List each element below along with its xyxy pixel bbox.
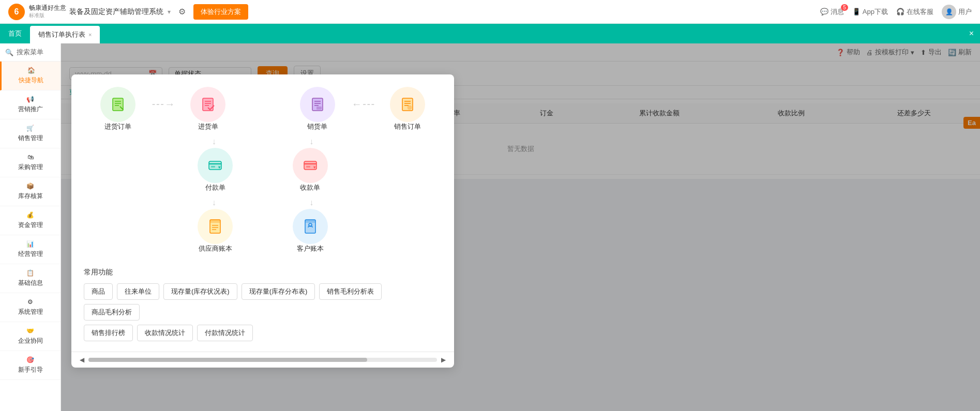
common-btn-receipt-stat[interactable]: 收款情况统计 [137, 325, 193, 341]
sidebar-item-basic[interactable]: 📋 基础信息 [0, 264, 61, 293]
sales-order-circle[interactable] [390, 87, 425, 122]
system-name: 装备及固定资产辅助管理系统 [69, 7, 163, 17]
sidebar-item-system[interactable]: ⚙ 系统管理 [0, 293, 61, 322]
sidebar-label-system: 系统管理 [18, 308, 43, 316]
flow-purchase-bill: 进货单 [190, 87, 225, 131]
sidebar-item-newbie[interactable]: 🎯 新手引导 [0, 351, 61, 380]
flow-payment-order: ¥ 付款单 [198, 148, 233, 192]
settings-icon[interactable]: ⚙ [175, 5, 189, 19]
sales-bill-label: 销货单 [307, 122, 327, 131]
svg-text:¥: ¥ [313, 165, 316, 170]
main-content: 🔍 搜索菜单 🏠 快捷导航 📢 营销推广 🛒 销售管理 🛍 采购管理 📦 [0, 43, 980, 411]
enterprise-icon: 🤝 [26, 327, 34, 334]
sales-bill-circle[interactable] [300, 87, 335, 122]
flow-purchase-order: 进货订单 [100, 87, 135, 131]
scroll-thumb [88, 358, 367, 362]
message-action[interactable]: 💬 消息 5 [820, 7, 844, 17]
message-icon: 💬 [820, 8, 828, 16]
marketing-icon: 📢 [26, 96, 34, 103]
purchase-bill-label: 进货单 [198, 122, 218, 131]
sidebar-item-finance[interactable]: 💰 资金管理 [0, 206, 61, 235]
svg-point-17 [408, 105, 412, 110]
common-btn-sales-rank[interactable]: 销售排行榜 [84, 325, 133, 341]
active-tab-label: 销售订单执行表 [38, 30, 85, 39]
common-btn-stock-dist[interactable]: 现存量(库存分布表) [242, 283, 315, 300]
arrow-down-so: ↓ [291, 135, 332, 148]
sidebar-item-purchase[interactable]: 🛍 采购管理 [0, 148, 61, 177]
arrow-sb-so: ← - - - [352, 98, 374, 120]
user-name: 用户 [958, 7, 972, 17]
common-btn-product[interactable]: 商品 [84, 283, 113, 300]
common-section: 常用功能 商品 往来单位 现存量(库存状况表) 现存量(库存分布表) 销售毛利分… [71, 268, 454, 352]
online-service-action[interactable]: 🎧 在线客服 [896, 7, 933, 17]
common-btn-payment-stat[interactable]: 付款情况统计 [197, 325, 253, 341]
sidebar-item-marketing[interactable]: 📢 营销推广 [0, 90, 61, 119]
receipt-order-label: 收款单 [300, 183, 320, 192]
purchase-bill-circle[interactable] [190, 87, 225, 122]
search-label: 搜索菜单 [17, 48, 43, 57]
sidebar-label-basic: 基础信息 [18, 279, 43, 287]
scroll-track[interactable] [88, 358, 437, 362]
user-avatar: 👤 [942, 5, 956, 19]
top-bar: 6 畅康通好生意 标准版 装备及固定资产辅助管理系统 ▾ ⚙ 体验行业方案 💬 … [0, 0, 980, 24]
tab-home[interactable]: 首页 [0, 24, 30, 43]
scroll-right-arrow[interactable]: ▶ [441, 356, 446, 363]
sidebar-item-sales[interactable]: 🛒 销售管理 [0, 119, 61, 148]
sidebar-label-marketing: 营销推广 [18, 105, 43, 114]
sidebar-item-quick-nav[interactable]: 🏠 快捷导航 [0, 62, 61, 90]
logo-icon: 6 [8, 4, 25, 20]
supplier-account-circle[interactable] [198, 209, 233, 244]
logo-area: 6 畅康通好生意 标准版 [8, 4, 69, 20]
payment-order-circle[interactable]: ¥ [198, 148, 233, 183]
sidebar-label-quick-nav: 快捷导航 [19, 76, 43, 85]
sidebar-item-inventory[interactable]: 📦 库存核算 [0, 177, 61, 206]
app-download-action[interactable]: 📱 App下载 [852, 7, 888, 17]
arrow-down-pay: ↓ [193, 196, 235, 209]
headset-icon: 🎧 [896, 8, 904, 16]
flow-sales-bill: 销货单 [300, 87, 335, 131]
common-buttons-row2: 销售排行榜 收款情况统计 付款情况统计 [84, 325, 442, 341]
arrow-down-pb: ↓ [193, 135, 235, 148]
page-area: ❓ 帮助 🖨 按模板打印 ▾ ⬆ 导出 🔄 刷新 [61, 43, 980, 411]
flow-sales-order: 销售订单 [390, 87, 425, 131]
common-btn-partner[interactable]: 往来单位 [117, 283, 159, 300]
svg-text:¥: ¥ [218, 165, 221, 170]
system-dropdown-icon[interactable]: ▾ [168, 8, 171, 16]
receipt-order-circle[interactable]: ¥ [293, 148, 328, 183]
purchase-order-label: 进货订单 [104, 122, 131, 131]
flow-supplier-account: 供应商账本 [198, 209, 233, 253]
sidebar-item-enterprise[interactable]: 🤝 企业协同 [0, 322, 61, 351]
inventory-icon: 📦 [26, 182, 34, 190]
sidebar-label-sales: 销售管理 [18, 134, 43, 143]
sidebar-label-newbie: 新手引导 [18, 366, 43, 374]
customer-account-circle[interactable] [293, 209, 328, 244]
common-btn-sales-margin[interactable]: 销售毛利分析表 [319, 283, 382, 300]
sales-icon: 🛒 [26, 125, 34, 132]
online-service-label: 在线客服 [907, 7, 933, 17]
sidebar: 🔍 搜索菜单 🏠 快捷导航 📢 营销推广 🛒 销售管理 🛍 采购管理 📦 [0, 43, 61, 411]
purchase-icon: 🛍 [27, 154, 34, 161]
svg-rect-20 [211, 166, 215, 168]
logo-text: 畅康通好生意 [29, 4, 66, 12]
common-btn-product-margin[interactable]: 商品毛利分析 [84, 304, 140, 321]
svg-rect-12 [316, 106, 322, 110]
app-download-label: App下载 [863, 7, 888, 17]
sidebar-item-operations[interactable]: 📊 经营管理 [0, 235, 61, 264]
basic-icon: 📋 [26, 269, 34, 277]
system-name-area: 装备及固定资产辅助管理系统 ▾ ⚙ 体验行业方案 [69, 4, 820, 20]
flow-area: 进货订单 - - - → [71, 74, 454, 268]
scroll-left-arrow[interactable]: ◀ [80, 356, 84, 363]
tab-close-icon[interactable]: × [88, 32, 92, 38]
phone-icon: 📱 [852, 8, 861, 16]
sidebar-label-enterprise: 企业协同 [18, 337, 43, 345]
tab-sales-order[interactable]: 销售订单执行表 × [30, 26, 100, 43]
newbie-icon: 🎯 [26, 356, 34, 363]
svg-rect-27 [210, 220, 220, 223]
purchase-order-circle[interactable] [100, 87, 135, 122]
sidebar-search[interactable]: 🔍 搜索菜单 [0, 43, 61, 62]
user-action[interactable]: 👤 用户 [942, 5, 972, 19]
common-btn-stock-status[interactable]: 现存量(库存状况表) [163, 283, 237, 300]
flow-receipt-order: ¥ 收款单 [293, 148, 328, 192]
experience-button[interactable]: 体验行业方案 [193, 4, 248, 20]
tab-bar-close-icon[interactable]: × [969, 29, 974, 38]
